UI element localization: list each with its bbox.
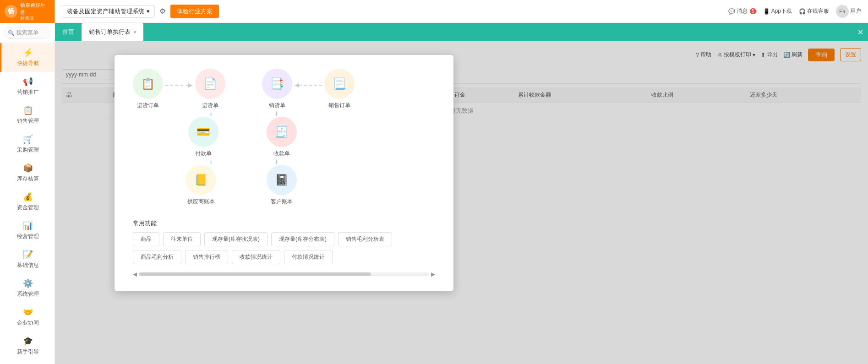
sales-order-icon: 📃	[324, 69, 355, 99]
sidebar-item-system[interactable]: ⚙️ 系统管理	[0, 274, 55, 303]
sidebar-icon-finance: 💰	[23, 192, 33, 202]
sidebar-label-system: 系统管理	[17, 290, 39, 298]
sidebar-item-sales[interactable]: 📋 销售管理	[0, 101, 55, 130]
arrow-down-2: ↓	[209, 158, 213, 165]
system-selector[interactable]: 装备及固定资产辅助管理系统 ▾	[62, 5, 155, 18]
common-btn-8[interactable]: 付款情况统计	[284, 250, 333, 264]
tab-sales-execution[interactable]: 销售订单执行表 ×	[82, 23, 143, 41]
sidebar-item-enterprise[interactable]: 🤝 企业协同	[0, 303, 55, 331]
flow-node-supplier-ledger[interactable]: 📒 供应商账本	[186, 165, 216, 206]
online-service-action[interactable]: 🎧 在线客服	[799, 7, 829, 15]
purchase-bill-label: 进货单	[202, 102, 218, 109]
sidebar-icon-newbie: 🎓	[23, 336, 33, 346]
supplier-ledger-label: 供应商账本	[187, 198, 215, 206]
sidebar-label-sales: 销售管理	[17, 117, 39, 125]
download-icon: 📱	[763, 8, 770, 15]
sidebar-icon-purchase: 🛒	[23, 134, 33, 144]
sidebar-item-newbie[interactable]: 🎓 新手引导	[0, 331, 55, 360]
tab-home[interactable]: 首页	[55, 23, 82, 41]
flow-node-purchase-bill[interactable]: 📄 进货单	[195, 69, 225, 109]
flow-node-customer-ledger[interactable]: 📓 客户账本	[267, 165, 297, 206]
sales-order-label: 销售订单	[328, 102, 350, 109]
common-btn-0[interactable]: 商品	[133, 232, 159, 246]
sidebar-icon-operations: 📊	[23, 221, 33, 231]
scrollbar-thumb	[139, 272, 371, 276]
sidebar-item-finance[interactable]: 💰 资金管理	[0, 187, 55, 216]
experience-btn[interactable]: 体验行业方案	[170, 5, 219, 18]
sidebar-label-basic-info: 基础信息	[17, 261, 39, 269]
logo-icon: 畅	[5, 5, 17, 18]
arrow-down-4: ↓	[275, 158, 278, 165]
arrow-down-3: ↓	[275, 109, 278, 117]
common-buttons-container: 商品往来单位现存量(库存状况表)现存量(库存分布表)销售毛利分析表商品毛利分析销…	[133, 232, 435, 264]
sidebar-label-quick-nav: 快捷导航	[17, 60, 39, 67]
sidebar-icon-enterprise: 🤝	[23, 307, 33, 317]
payment-label: 付款单	[195, 150, 212, 158]
sidebar-item-purchase[interactable]: 🛒 采购管理	[0, 130, 55, 158]
sales-bill-label: 销货单	[269, 102, 285, 109]
search-icon: 🔍	[8, 30, 15, 36]
sidebar-label-purchase: 采购管理	[17, 146, 39, 154]
receipt-label: 收款单	[273, 150, 290, 158]
sidebar-icon-inventory: 📦	[23, 163, 33, 173]
sidebar-item-inventory[interactable]: 📦 库存核算	[0, 158, 55, 187]
flow-node-sales-order[interactable]: 📃 销售订单	[324, 69, 355, 109]
sidebar: 畅 畅康通好生意 标准版 🔍 搜索菜单 ⚡ 快捷导航 📢 营销推广 📋 销售管理…	[0, 0, 55, 364]
receipt-icon: 🧾	[267, 117, 297, 147]
common-btn-4[interactable]: 销售毛利分析表	[338, 232, 392, 246]
customer-ledger-label: 客户账本	[271, 198, 293, 206]
sidebar-label-newbie: 新手引导	[17, 348, 39, 356]
purchase-order-icon: 📋	[133, 69, 163, 99]
common-btn-3[interactable]: 现存量(库存分布表)	[271, 232, 334, 246]
sidebar-label-finance: 资金管理	[17, 204, 39, 212]
flow-node-receipt[interactable]: 🧾 收款单	[267, 117, 297, 158]
sidebar-label-marketing: 营销推广	[17, 88, 39, 96]
tab-close-icon[interactable]: ×	[133, 29, 136, 35]
service-icon: 🎧	[799, 8, 806, 15]
quick-nav-popup: 📋 进货订单 ▶ 📄 进货单	[115, 55, 453, 291]
flow-node-payment[interactable]: 💳 付款单	[188, 117, 218, 158]
popup-scrollbar: ◀ ▶	[133, 271, 435, 277]
scroll-left-btn[interactable]: ◀	[133, 271, 137, 277]
common-btn-5[interactable]: 商品毛利分析	[133, 250, 181, 264]
common-btn-2[interactable]: 现存量(库存状况表)	[204, 232, 267, 246]
top-bar: 装备及固定资产辅助管理系统 ▾ ⚙ 体验行业方案 💬 消息 5 📱 App下载 …	[55, 0, 868, 23]
content-area: ? 帮助 🖨 按模板打印 ▾ ⬆ 导出 🔄 刷新 查询 设置	[55, 41, 868, 364]
sidebar-item-operations[interactable]: 📊 经营管理	[0, 216, 55, 245]
common-btn-7[interactable]: 收款情况统计	[232, 250, 280, 264]
app-download-action[interactable]: 📱 App下载	[763, 7, 792, 15]
common-functions-section: 常用功能 商品往来单位现存量(库存状况表)现存量(库存分布表)销售毛利分析表商品…	[133, 219, 435, 264]
app-name: 畅康通好生意 标准版	[20, 2, 50, 21]
message-badge: 5	[750, 8, 756, 14]
sidebar-icon-quick-nav: ⚡	[23, 48, 33, 58]
sidebar-icon-marketing: 📢	[23, 76, 33, 87]
sidebar-item-basic-info[interactable]: 📝 基础信息	[0, 245, 55, 274]
common-functions-title: 常用功能	[133, 219, 435, 228]
sidebar-item-quick-nav[interactable]: ⚡ 快捷导航	[0, 43, 55, 72]
sidebar-icon-system: ⚙️	[23, 278, 33, 288]
sales-bill-icon: 📑	[262, 69, 292, 99]
avatar: Ea	[836, 5, 849, 18]
payment-icon: 💳	[188, 117, 218, 147]
message-action[interactable]: 💬 消息 5	[728, 7, 756, 15]
scrollbar-track[interactable]	[139, 272, 429, 276]
flow-node-sales-bill[interactable]: 📑 销货单	[262, 69, 292, 109]
settings-icon[interactable]: ⚙	[159, 7, 166, 16]
purchase-order-label: 进货订单	[137, 102, 159, 109]
search-menu-button[interactable]: 🔍 搜索菜单	[4, 27, 51, 39]
scroll-right-btn[interactable]: ▶	[431, 271, 435, 277]
sidebar-item-marketing[interactable]: 📢 营销推广	[0, 72, 55, 101]
arrow-down-1: ↓	[209, 109, 213, 117]
flow-diagram: 📋 进货订单 ▶ 📄 进货单	[133, 69, 435, 206]
sidebar-label-inventory: 库存核算	[17, 175, 39, 183]
common-btn-6[interactable]: 销售排行榜	[185, 250, 228, 264]
flow-node-purchase-order[interactable]: 📋 进货订单	[133, 69, 163, 109]
user-action[interactable]: Ea 用户	[836, 5, 861, 18]
supplier-ledger-icon: 📒	[186, 165, 216, 195]
tab-bar: 首页 销售订单执行表 × ✕	[55, 23, 868, 41]
purchase-bill-icon: 📄	[195, 69, 225, 99]
close-all-tabs-btn[interactable]: ✕	[853, 23, 868, 41]
chevron-down-icon: ▾	[147, 8, 150, 15]
system-name: 装备及固定资产辅助管理系统	[67, 7, 144, 16]
common-btn-1[interactable]: 往来单位	[163, 232, 201, 246]
